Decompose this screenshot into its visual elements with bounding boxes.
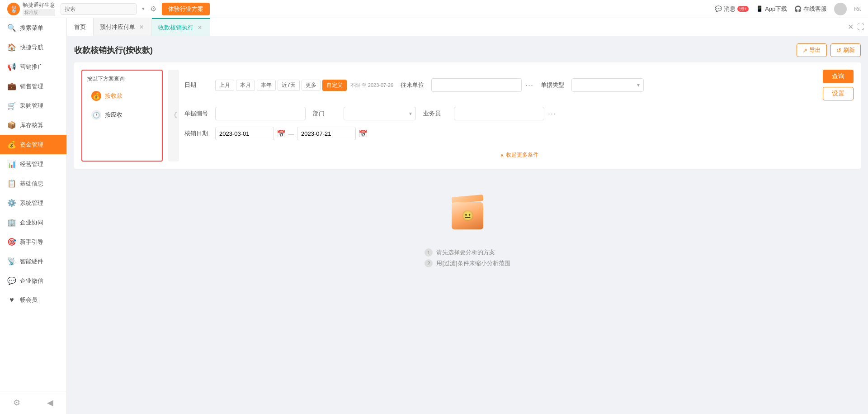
date-btn-this-month[interactable]: 本月	[236, 80, 255, 91]
date-btn-custom[interactable]: 自定义	[322, 80, 347, 91]
refresh-button[interactable]: ↺ 刷新	[830, 43, 861, 57]
staff-more-icon[interactable]: ···	[548, 109, 556, 119]
sidebar-settings-icon[interactable]: ⚙	[10, 395, 23, 410]
date-btn-more[interactable]: 更多	[302, 80, 321, 91]
filter-collapse-button[interactable]: 《	[168, 70, 179, 162]
brand-name: 畅捷通好生意	[23, 1, 55, 9]
empty-hints: 1 请先选择要分析的方案 2 用[过滤]条件来缩小分析范围	[425, 248, 510, 267]
sidebar-label-search: 搜索菜单	[20, 24, 43, 32]
tab-receivable-close-icon[interactable]: ✕	[196, 24, 203, 31]
staff-input[interactable]	[454, 107, 544, 120]
tab-prepay-label: 预付冲应付单	[100, 23, 135, 31]
dropdown-arrow-icon[interactable]: ▾	[142, 6, 145, 12]
enterprise-icon: 🏢	[7, 218, 16, 227]
dept-label: 部门	[313, 109, 340, 118]
export-label: 导出	[809, 46, 821, 54]
tab-close-all-icon[interactable]: ✕	[848, 23, 854, 31]
sidebar-label-marketing: 营销推广	[20, 63, 43, 71]
message-button[interactable]: 💬 消息 99+	[715, 5, 749, 13]
sidebar-item-inventory[interactable]: 📦 库存核算	[0, 115, 66, 135]
verify-date-end-input[interactable]	[297, 127, 356, 140]
staff-label: 业务员	[423, 109, 450, 118]
verify-date-end-calendar-icon[interactable]: 📅	[359, 129, 368, 138]
sidebar-item-wechat[interactable]: 💬 企业微信	[0, 271, 66, 290]
counterpart-more-icon[interactable]: ···	[525, 81, 533, 90]
verify-date-range: 📅 — 📅	[215, 127, 368, 140]
filter-actions: 查询 设置	[823, 70, 854, 100]
doc-type-field: 单据类型 ▾	[541, 78, 644, 92]
export-button[interactable]: ↗ 导出	[797, 43, 827, 57]
verify-date-start-calendar-icon[interactable]: 📅	[277, 129, 286, 138]
verify-date-start-input[interactable]	[215, 127, 274, 140]
guide-icon: 🎯	[7, 238, 16, 246]
sidebar-item-system[interactable]: ⚙️ 系统管理	[0, 193, 66, 213]
sidebar-item-enterprise[interactable]: 🏢 企业协同	[0, 213, 66, 232]
dept-select[interactable]: ▾	[344, 107, 416, 120]
hint-text-2: 用[过滤]条件来缩小分析范围	[436, 259, 510, 267]
verify-date-field: 核销日期 📅 — 📅	[184, 127, 368, 140]
sidebar: 🔍 搜索菜单 🏠 快捷导航 📢 营销推广 💼 销售管理 🛒 采购管理 📦 库存核…	[0, 18, 67, 414]
tab-home[interactable]: 首页	[67, 18, 94, 36]
sidebar-label-basic-info: 基础信息	[20, 180, 43, 188]
hint-num-1: 1	[425, 248, 433, 257]
app-download-button[interactable]: 📱 App下载	[756, 5, 787, 13]
wechat-icon: 💬	[7, 276, 16, 285]
counterpart-label: 往来单位	[401, 81, 428, 89]
sidebar-item-basic-info[interactable]: 📋 基础信息	[0, 174, 66, 193]
page-title: 收款核销执行(按收款)	[74, 45, 153, 56]
tab-prepay[interactable]: 预付冲应付单 ✕	[94, 18, 152, 36]
doc-no-input[interactable]	[215, 107, 306, 120]
sidebar-label-guide: 新手引导	[20, 238, 43, 246]
tab-receivable[interactable]: 收款核销执行 ✕	[152, 18, 210, 36]
doc-type-select[interactable]: ▾	[571, 78, 644, 92]
query-button[interactable]: 查询	[823, 70, 854, 83]
sidebar-item-quick-nav[interactable]: 🏠 快捷导航	[0, 38, 66, 57]
receipt-option-icon: 💰	[91, 91, 101, 101]
date-btn-last-month[interactable]: 上月	[215, 80, 234, 91]
inventory-icon: 📦	[7, 121, 16, 129]
hardware-icon: 📡	[7, 257, 16, 266]
filter-option-by-receivable[interactable]: 🕐 按应收	[87, 106, 157, 124]
service-button[interactable]: 🎧 在线客服	[794, 5, 827, 13]
message-label: 消息	[724, 5, 736, 13]
doc-type-arrow-icon: ▾	[637, 82, 640, 88]
receivable-option-icon: 🕐	[91, 110, 101, 120]
sidebar-item-guide[interactable]: 🎯 新手引导	[0, 232, 66, 252]
filter-fields: 日期 上月 本月 本年 近7天 更多 自定义 不限 至 2023-07-26	[184, 70, 854, 162]
date-range-separator: —	[288, 130, 294, 137]
sidebar-item-sales[interactable]: 💼 销售管理	[0, 76, 66, 96]
sidebar-item-marketing[interactable]: 📢 营销推广	[0, 57, 66, 76]
hint-num-2: 2	[425, 259, 433, 267]
setting-button[interactable]: 设置	[823, 87, 854, 100]
tab-expand-icon[interactable]: ⛶	[857, 23, 864, 31]
empty-hint-2: 2 用[过滤]条件来缩小分析范围	[425, 259, 510, 267]
solution-button[interactable]: 体验行业方案	[162, 3, 210, 15]
filter-option-by-receipt[interactable]: 💰 按收款	[87, 87, 157, 105]
sidebar-item-search[interactable]: 🔍 搜索菜单	[0, 18, 66, 38]
sidebar-item-hardware[interactable]: 📡 智能硬件	[0, 252, 66, 271]
collapse-label: 收起更多条件	[506, 151, 538, 159]
member-icon: ♥	[7, 296, 16, 304]
counterpart-input[interactable]	[431, 78, 522, 92]
sidebar-label-finance: 资金管理	[20, 141, 43, 149]
date-btn-this-year[interactable]: 本年	[257, 80, 276, 91]
sidebar-item-member[interactable]: ♥ 畅会员	[0, 290, 66, 309]
settings-icon[interactable]: ⚙	[150, 5, 156, 13]
sidebar-item-operation[interactable]: 📊 经营管理	[0, 154, 66, 174]
search-icon: 🔍	[7, 24, 16, 32]
content-area: 首页 预付冲应付单 ✕ 收款核销执行 ✕ ✕ ⛶ 收款核销执行(按收款) ↗	[67, 18, 868, 414]
doc-no-field: 单据编号	[184, 107, 306, 120]
sidebar-item-finance[interactable]: 💰 资金管理	[0, 135, 66, 154]
date-btn-7days[interactable]: 近7天	[278, 80, 300, 91]
empty-hint-1: 1 请先选择要分析的方案	[425, 248, 510, 257]
sidebar-item-purchase[interactable]: 🛒 采购管理	[0, 96, 66, 115]
avatar[interactable]	[834, 3, 847, 15]
tab-home-label: 首页	[74, 23, 86, 31]
tab-prepay-close-icon[interactable]: ✕	[138, 24, 145, 31]
top-bar: 🐰 畅捷通好生意 标准版 ▾ ⚙ 体验行业方案 💬 消息 99+ 📱 App下载…	[0, 0, 868, 18]
sidebar-collapse-icon[interactable]: ◀	[44, 395, 56, 410]
sidebar-label-operation: 经营管理	[20, 160, 43, 168]
date-field: 日期 上月 本月 本年 近7天 更多 自定义 不限 至 2023-07-26	[184, 80, 393, 91]
collapse-more-conditions[interactable]: ∧ 收起更多条件	[184, 148, 854, 162]
search-input[interactable]	[61, 3, 137, 15]
